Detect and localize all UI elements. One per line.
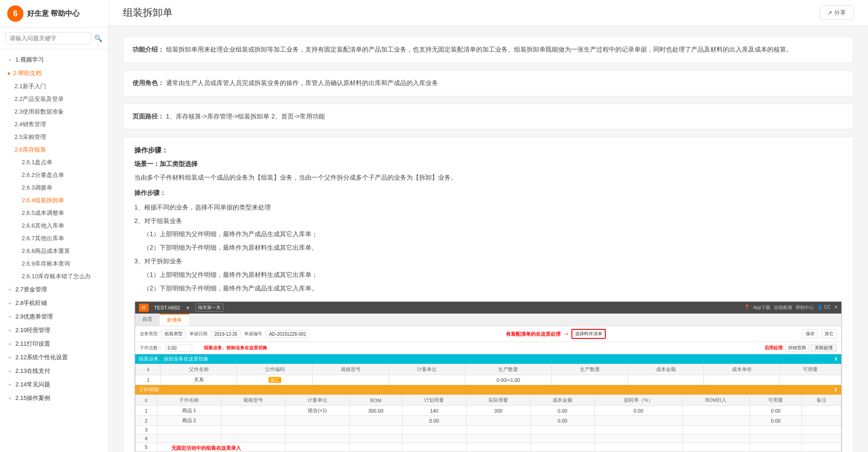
sim-tab-new[interactable]: 新增单 [160, 314, 189, 326]
sim-lower-td-2-spec [221, 416, 285, 426]
sim-sub-count-val[interactable]: 0.00 [165, 345, 192, 352]
func-intro-label: 功能介绍： [132, 46, 164, 53]
sidebar-item-other-in[interactable]: 2.6.6其他入库单 [0, 219, 108, 232]
sim-startup-input[interactable]: 供销货商 [785, 344, 809, 352]
sim-annotation4: 无固定活动中的组装在这里录入 [171, 445, 241, 452]
share-label: 分享 [834, 9, 846, 17]
top-bar: 组装拆卸单 ↗ 分享 [108, 0, 868, 26]
sidebar-sub-label-s2-4: 2.4销售管理 [14, 120, 46, 128]
sim-lower-th-unit: 计量单位 [285, 395, 349, 406]
sim-lower-td-2-remark [802, 416, 841, 426]
sim-sub-count-label: 子件总数： [140, 345, 162, 351]
sidebar-item-payment[interactable]: ＋ 2.13在线支付 [0, 364, 108, 378]
sidebar-item-mobile[interactable]: ＋ 2.8手机旺铺 [0, 296, 108, 310]
sidebar-item-customization[interactable]: ＋ 2.12系统个性化设置 [0, 351, 108, 364]
sim-lower-td-2-avail: 0.00 [750, 416, 802, 426]
step2-1: （1）上部明细为父件明细，最终作为产成品生成其它入库单； [134, 229, 842, 240]
nav-tree: ＋ 1.视频学习 ● 2.帮助文档 2.1新手入门 2.2产品安装及登录 2.3… [0, 49, 108, 452]
sidebar-item-other-out[interactable]: 2.6.7其他出库单 [0, 232, 108, 245]
expand-icon-s214: ＋ [7, 381, 13, 389]
sidebar-item-faq[interactable]: ＋ 2.14常见问题 [0, 378, 108, 391]
sim-other-btn[interactable]: 其它 [821, 329, 837, 338]
sim-field-type-val[interactable]: 组装类型 [161, 329, 186, 338]
sidebar-item-cost-recalc[interactable]: 2.6.8商品成本重算 [0, 245, 108, 257]
sim-icon-3: 在线检测 [774, 305, 792, 311]
sim-lower-expand-icon[interactable]: ⬆ [834, 387, 838, 393]
sim-upper-td-code: 加工 [237, 375, 313, 385]
sim-upper-header-label: 组装业务、拆卸业务在这里切换 [139, 356, 208, 362]
sidebar-item-label-s28: 2.8手机旺铺 [15, 299, 47, 307]
sidebar-item-inventory[interactable]: 2.6库存核算 [0, 143, 108, 156]
sidebar-item-install[interactable]: 2.2产品安装及登录 [0, 93, 108, 105]
sidebar-item-cost-adjust[interactable]: 2.6.5成本调整单 [0, 207, 108, 219]
sim-upper-section-header: 组装业务、拆卸业务在这里切换 ⬆ [135, 354, 841, 364]
sidebar-sub-label-s2-5: 2.5采购管理 [14, 133, 46, 141]
sim-new-order-btn[interactable]: 闯关第一关 [195, 304, 223, 312]
sidebar-item-ops[interactable]: ＋ 2.10经营管理 [0, 324, 108, 337]
sidebar-item-docs[interactable]: ● 2.帮助文档 [0, 67, 108, 80]
sim-close-icon[interactable]: ✕ [834, 305, 838, 311]
sidebar-subsub-label-s2-6-5: 2.6.5成本调整单 [22, 209, 64, 217]
main-content: 组装拆卸单 ↗ 分享 功能介绍： 组装拆卸单用来处理企业组装或拆卸等加工业务，支… [108, 0, 868, 452]
sidebar-item-transfer[interactable]: 2.6.3调拨单 [0, 181, 108, 194]
sim-annotation2-area: 组装业务、拆卸业务在这里切换 [195, 345, 762, 351]
sim-upper-td-prod1: 0.00/+1.00 [465, 375, 552, 385]
sidebar-item-label-s29: 2.9优惠券管理 [15, 313, 53, 321]
role-label: 使用角色： [132, 79, 164, 86]
sim-lower-th-name: 子件名称 [157, 395, 221, 406]
search-icon[interactable]: 🔍 [94, 34, 103, 43]
sim-lower-td-2-bominc [682, 416, 750, 426]
annotation1-arrow: → [562, 330, 570, 338]
sidebar-header: 6 好生意 帮助中心 [0, 0, 108, 28]
step3-1: （1）上部明细为父件明细，最终作为原材料生成其它出库单； [134, 270, 842, 281]
sidebar-item-finance[interactable]: ＋ 2.7资金管理 [0, 283, 108, 296]
sim-lower-td-1-avail: 0.00 [750, 406, 802, 416]
collapse-icon-s2: ● [7, 70, 10, 76]
sim-lower-td-1-remark [802, 406, 841, 416]
sim-field-date-val[interactable]: 2019-12-26 [211, 330, 241, 338]
sim-select-bom-btn[interactable]: 选择料件清单 [571, 329, 606, 339]
expand-icon-s28: ＋ [7, 300, 13, 307]
sidebar-item-stocktake[interactable]: 2.6.1盘点单 [0, 156, 108, 169]
search-input[interactable] [5, 32, 91, 44]
sidebar-item-label-s212: 2.12系统个性化设置 [15, 353, 68, 362]
sim-upper-th-spec: 规格型号 [313, 364, 389, 375]
sidebar-item-cases[interactable]: ＋ 2.15操作案例 [0, 391, 108, 405]
sim-add-row-btn[interactable]: 关联处理 [811, 344, 837, 352]
sidebar-item-videos[interactable]: ＋ 1.视频学习 [0, 53, 108, 67]
sim-tab-home[interactable]: 自页 [135, 314, 160, 326]
expand-icon-s27: ＋ [7, 286, 13, 294]
sim-lower-td-1-loss: 0.00 [594, 406, 682, 416]
sidebar-item-ledger-fix[interactable]: 2.6.10库存账本错了怎么办 [0, 270, 108, 283]
sidebar-sub-label-s2-1: 2.1新手入门 [14, 82, 46, 90]
share-icon: ↗ [827, 10, 832, 16]
sidebar-item-partial-stocktake[interactable]: 2.6.2分量盘点单 [0, 169, 108, 181]
step3: 3、对于拆卸业务 [134, 256, 842, 267]
sim-lower-td-2-bom [349, 416, 402, 426]
sim-field-num-val[interactable]: AD-201912Z6-001 [266, 330, 309, 338]
table-row: 3 [136, 426, 841, 434]
sim-lower-td-2-plan: 0.00 [402, 416, 466, 426]
sidebar-item-coupon[interactable]: ＋ 2.9优惠券管理 [0, 310, 108, 324]
sidebar-item-purchase[interactable]: 2.5采购管理 [0, 131, 108, 143]
sim-action-btn[interactable]: 保存 [802, 329, 818, 338]
sim-icon-2: App下载 [753, 305, 770, 311]
sim-lower-th-bom: BOM [349, 395, 402, 406]
sim-upper-table: # 父件名称 父件编码 规格型号 计量单位 生产数量 生产数量 成本金额 成本单… [135, 364, 841, 385]
table-row: 4 [136, 434, 841, 443]
sim-titlebar: 好 TEST-H002 ▼ 闯关第一关 📍 App下载 在线检测 帮助中心 👤 … [135, 302, 841, 314]
share-button[interactable]: ↗ 分享 [820, 5, 854, 20]
sidebar-item-newbie[interactable]: 2.1新手入门 [0, 80, 108, 93]
sidebar-item-print[interactable]: ＋ 2.11打印设置 [0, 337, 108, 351]
sidebar-item-sales[interactable]: 2.4销售管理 [0, 118, 108, 131]
sim-user-icon: 👤 CC [817, 305, 830, 311]
sim-upper-th-unit: 计量单位 [389, 364, 465, 375]
sim-icon-1: 📍 [744, 305, 750, 311]
sidebar-item-data-prep[interactable]: 2.3使用前数据准备 [0, 105, 108, 118]
sidebar-item-ledger-query[interactable]: 2.6.9库存账本查询 [0, 257, 108, 270]
sim-upper-expand-icon[interactable]: ⬆ [834, 357, 838, 362]
sim-lower-td-2-loss [594, 416, 682, 426]
sidebar-item-assembly[interactable]: 2.6.4组装拆卸单 [0, 194, 108, 207]
ops-steps-title: 操作步骤： [134, 187, 842, 199]
table-row: 5 [136, 443, 841, 452]
